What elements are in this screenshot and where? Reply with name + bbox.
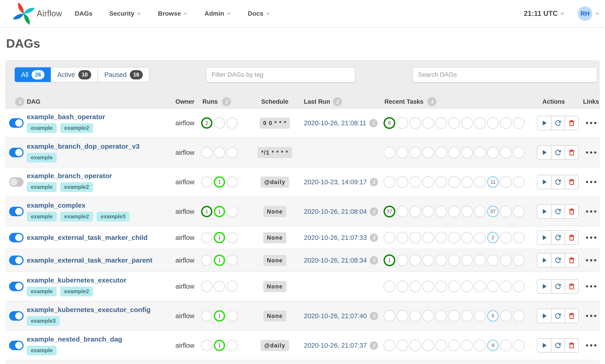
task-state-circle[interactable] — [422, 147, 434, 158]
task-state-circle[interactable] — [500, 232, 512, 244]
task-state-circle[interactable] — [474, 232, 486, 244]
dag-name-link[interactable]: example_nested_branch_dag — [27, 335, 122, 343]
task-state-circle[interactable] — [422, 232, 434, 244]
task-state-circle[interactable] — [384, 339, 395, 351]
task-state-circle[interactable]: 2 — [487, 232, 499, 244]
task-state-circle[interactable] — [500, 281, 512, 292]
task-state-circle[interactable] — [513, 254, 525, 266]
task-state-circle[interactable] — [513, 117, 525, 129]
dag-name-link[interactable]: example_bash_operator — [27, 113, 105, 121]
dag-run-circle[interactable] — [201, 310, 212, 322]
last-run-link[interactable]: 2020-10-26, 21:07:33 — [304, 234, 367, 241]
nav-security[interactable]: Security — [109, 10, 141, 17]
task-state-circle[interactable]: 37 — [487, 206, 499, 217]
dag-name-link[interactable]: example_branch_dop_operator_v3 — [27, 143, 140, 150]
task-state-circle[interactable] — [397, 147, 408, 158]
task-state-circle[interactable] — [500, 206, 512, 217]
dag-tag[interactable]: example — [27, 153, 57, 162]
dag-run-circle[interactable]: 2 — [201, 117, 212, 129]
delete-dag-button[interactable] — [565, 253, 578, 267]
info-icon[interactable]: i — [333, 97, 342, 106]
task-state-circle[interactable] — [461, 310, 473, 322]
dag-tag[interactable]: example — [27, 346, 57, 355]
user-menu[interactable]: RH — [578, 6, 600, 21]
dag-name-link[interactable]: example_kubernetes_executor_config — [27, 306, 151, 314]
task-state-circle[interactable] — [397, 281, 408, 292]
dag-run-circle[interactable] — [201, 147, 212, 158]
task-state-circle[interactable] — [474, 176, 486, 188]
task-state-circle[interactable] — [409, 281, 421, 292]
task-state-circle[interactable] — [461, 117, 473, 129]
task-state-circle[interactable] — [500, 339, 512, 351]
dag-run-circle[interactable] — [214, 147, 225, 158]
task-state-circle[interactable] — [448, 281, 460, 292]
dag-run-circle[interactable] — [227, 281, 238, 292]
dag-tag[interactable]: example2 — [60, 287, 93, 296]
task-state-circle[interactable] — [409, 117, 421, 129]
tab-all[interactable]: All 26 — [15, 67, 51, 82]
info-icon[interactable]: i — [370, 256, 378, 265]
links-menu[interactable] — [585, 234, 597, 241]
delete-dag-button[interactable] — [565, 309, 578, 323]
dag-run-circle[interactable]: 1 — [214, 310, 225, 322]
info-icon[interactable]: i — [370, 208, 378, 216]
links-menu[interactable] — [585, 342, 597, 349]
dag-pause-toggle[interactable] — [9, 233, 24, 242]
timezone-dropdown[interactable]: 21:11 UTC — [524, 10, 565, 18]
trigger-dag-button[interactable] — [537, 280, 551, 293]
task-state-circle[interactable] — [409, 206, 421, 217]
task-state-circle[interactable] — [409, 176, 421, 188]
task-state-circle[interactable] — [474, 206, 486, 217]
links-menu[interactable] — [585, 179, 597, 185]
dag-tag[interactable]: example — [27, 123, 57, 133]
task-state-circle[interactable] — [461, 254, 473, 266]
task-state-circle[interactable] — [397, 232, 408, 244]
task-state-circle[interactable] — [397, 254, 408, 266]
dag-run-circle[interactable] — [201, 340, 212, 351]
task-state-circle[interactable] — [474, 254, 486, 266]
dag-run-circle[interactable] — [201, 176, 212, 188]
task-state-circle[interactable]: 5 — [487, 310, 499, 322]
last-run-link[interactable]: 2020-10-26, 21:08:11 — [304, 119, 366, 127]
dag-run-circle[interactable] — [201, 232, 212, 243]
task-state-circle[interactable] — [422, 206, 434, 217]
info-icon[interactable]: i — [370, 178, 378, 186]
dag-run-circle[interactable] — [227, 117, 238, 129]
task-state-circle[interactable] — [435, 176, 447, 188]
info-icon[interactable]: i — [370, 341, 378, 350]
dag-pause-toggle[interactable] — [9, 341, 24, 350]
dag-pause-toggle[interactable] — [9, 148, 24, 157]
task-state-circle[interactable] — [384, 310, 395, 322]
task-state-circle[interactable] — [461, 176, 473, 188]
trigger-dag-button[interactable] — [537, 253, 551, 267]
dag-tag[interactable]: example2 — [60, 212, 93, 221]
trigger-dag-button[interactable] — [537, 146, 551, 159]
last-run-link[interactable]: 2020-10-26, 21:08:04 — [304, 208, 367, 215]
dag-run-circle[interactable] — [227, 147, 238, 158]
dag-tag[interactable]: example2 — [60, 123, 93, 133]
last-run-link[interactable]: 2020-10-23, 14:09:17 — [304, 178, 367, 186]
task-state-circle[interactable] — [435, 339, 447, 351]
task-state-circle[interactable] — [487, 281, 499, 292]
dag-run-circle[interactable]: 1 — [214, 176, 225, 188]
nav-admin[interactable]: Admin — [205, 10, 231, 17]
info-icon[interactable]: i — [370, 234, 378, 242]
dag-name-link[interactable]: example_kubernetes_executor — [27, 276, 126, 284]
delete-dag-button[interactable] — [565, 205, 578, 218]
refresh-dag-button[interactable] — [551, 146, 565, 159]
task-state-circle[interactable]: 11 — [487, 176, 499, 188]
task-state-circle[interactable] — [500, 176, 512, 188]
task-state-circle[interactable] — [397, 176, 408, 188]
task-state-circle[interactable] — [384, 232, 395, 244]
task-state-circle[interactable] — [435, 310, 447, 322]
info-icon[interactable]: i — [15, 97, 24, 106]
task-state-circle[interactable] — [435, 147, 447, 158]
refresh-dag-button[interactable] — [551, 309, 565, 323]
task-state-circle[interactable] — [435, 232, 447, 244]
task-state-circle[interactable] — [448, 206, 460, 217]
task-state-circle[interactable] — [435, 281, 447, 292]
task-state-circle[interactable] — [461, 206, 473, 217]
task-state-circle[interactable] — [500, 254, 512, 266]
dag-run-circle[interactable] — [227, 310, 238, 322]
task-state-circle[interactable] — [487, 254, 499, 266]
